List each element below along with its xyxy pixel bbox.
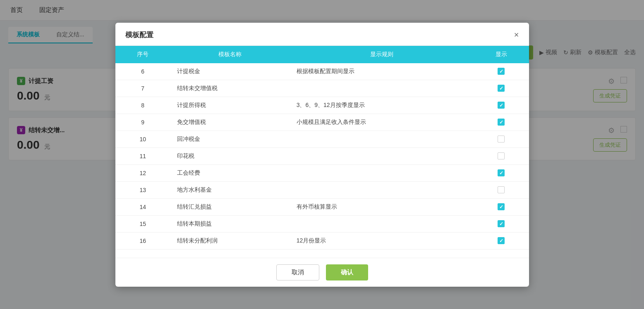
cell-name: 结转未分配利润 (170, 232, 290, 249)
modal-overlay: 模板配置 × 序号 模板名称 显示规则 显示 6计提税金根据模板配置期间显示7结… (0, 0, 644, 309)
table-header-row: 序号 模板名称 显示规则 显示 (115, 46, 529, 63)
table-row: 16结转未分配利润12月份显示 (115, 232, 529, 249)
table-row: 11印花税 (115, 147, 529, 164)
table-row: 10回冲税金 (115, 131, 529, 147)
cell-seq: 16 (115, 232, 170, 249)
table-row: 9免交增值税小规模且满足收入条件显示 (115, 114, 529, 131)
display-checkbox[interactable] (498, 203, 505, 210)
cell-seq: 6 (115, 63, 170, 80)
cell-display[interactable] (474, 181, 529, 198)
col-display: 显示 (474, 46, 529, 63)
config-table: 序号 模板名称 显示规则 显示 6计提税金根据模板配置期间显示7结转未交增值税8… (115, 46, 529, 250)
cell-display[interactable] (474, 164, 529, 181)
cell-name: 结转未交增值税 (170, 80, 290, 97)
table-row: 13地方水利基金 (115, 181, 529, 198)
col-name: 模板名称 (170, 46, 290, 63)
table-row: 12工会经费 (115, 164, 529, 181)
cell-seq: 9 (115, 114, 170, 131)
cell-display[interactable] (474, 198, 529, 215)
modal-footer: 取消 确认 (115, 258, 529, 287)
modal-header: 模板配置 × (115, 23, 529, 46)
modal-body: 序号 模板名称 显示规则 显示 6计提税金根据模板配置期间显示7结转未交增值税8… (115, 46, 529, 258)
cell-name: 印花税 (170, 147, 290, 164)
cell-rule: 根据模板配置期间显示 (290, 63, 474, 80)
cell-name: 免交增值税 (170, 114, 290, 131)
cell-rule (290, 131, 474, 147)
cell-seq: 14 (115, 198, 170, 215)
cell-rule (290, 164, 474, 181)
table-row: 8计提所得税3、6、9、12月按季度显示 (115, 97, 529, 114)
display-checkbox[interactable] (498, 186, 505, 193)
modal-title: 模板配置 (125, 30, 153, 40)
cell-rule: 有外币核算显示 (290, 198, 474, 215)
cell-rule: 3、6、9、12月按季度显示 (290, 97, 474, 114)
table-row: 7结转未交增值税 (115, 80, 529, 97)
cell-name: 工会经费 (170, 164, 290, 181)
col-rule: 显示规则 (290, 46, 474, 63)
cancel-button[interactable]: 取消 (276, 264, 319, 280)
cell-rule (290, 181, 474, 198)
cell-seq: 13 (115, 181, 170, 198)
confirm-button[interactable]: 确认 (326, 264, 368, 280)
cell-rule (290, 215, 474, 232)
display-checkbox[interactable] (498, 169, 505, 176)
table-row: 15结转本期损益 (115, 215, 529, 232)
display-checkbox[interactable] (498, 237, 505, 244)
cell-seq: 7 (115, 80, 170, 97)
display-checkbox[interactable] (498, 68, 505, 75)
display-checkbox[interactable] (498, 119, 505, 126)
cell-rule (290, 147, 474, 164)
table-row: 6计提税金根据模板配置期间显示 (115, 63, 529, 80)
cell-seq: 8 (115, 97, 170, 114)
display-checkbox[interactable] (498, 220, 505, 227)
cell-display[interactable] (474, 97, 529, 114)
cell-rule (290, 80, 474, 97)
cell-name: 计提税金 (170, 63, 290, 80)
cell-rule: 小规模且满足收入条件显示 (290, 114, 474, 131)
cell-display[interactable] (474, 147, 529, 164)
cell-seq: 11 (115, 147, 170, 164)
cell-display[interactable] (474, 131, 529, 147)
cell-name: 地方水利基金 (170, 181, 290, 198)
cell-display[interactable] (474, 63, 529, 80)
cell-display[interactable] (474, 215, 529, 232)
template-config-modal: 模板配置 × 序号 模板名称 显示规则 显示 6计提税金根据模板配置期间显示7结… (115, 23, 529, 287)
cell-display[interactable] (474, 114, 529, 131)
display-checkbox[interactable] (498, 102, 505, 109)
cell-name: 计提所得税 (170, 97, 290, 114)
table-row: 14结转汇兑损益有外币核算显示 (115, 198, 529, 215)
cell-display[interactable] (474, 232, 529, 249)
cell-seq: 12 (115, 164, 170, 181)
cell-rule: 12月份显示 (290, 232, 474, 249)
display-checkbox[interactable] (498, 85, 505, 92)
col-seq: 序号 (115, 46, 170, 63)
modal-close-button[interactable]: × (514, 31, 519, 39)
cell-seq: 15 (115, 215, 170, 232)
cell-name: 回冲税金 (170, 131, 290, 147)
display-checkbox[interactable] (498, 135, 505, 143)
cell-display[interactable] (474, 80, 529, 97)
cell-name: 结转本期损益 (170, 215, 290, 232)
cell-seq: 10 (115, 131, 170, 147)
display-checkbox[interactable] (498, 152, 505, 159)
cell-name: 结转汇兑损益 (170, 198, 290, 215)
